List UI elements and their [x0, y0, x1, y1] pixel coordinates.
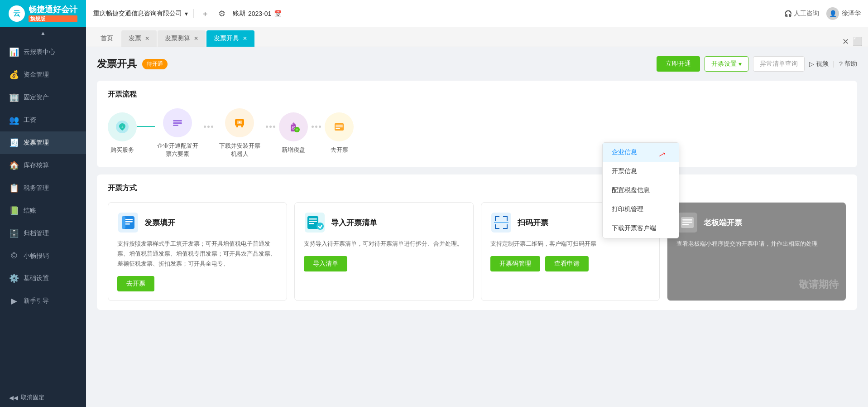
settings-icon: ⚙️: [9, 273, 19, 283]
headset-icon: 🎧: [784, 10, 792, 17]
settings-btn[interactable]: 开票设置 ▾: [705, 56, 748, 72]
video-btn[interactable]: ▷ 视频: [809, 60, 829, 68]
flow-divider-1: [137, 126, 155, 127]
content-area: 发票开具 待开通 立即开通 开票设置 ▾ 异常清单查询 ▷ 视频 | ? 帮助: [86, 47, 868, 407]
tab-fapiao-test[interactable]: 发票测算 ✕: [158, 30, 206, 47]
activate-btn[interactable]: 立即开通: [657, 56, 700, 72]
sidebar-item-reports[interactable]: 📊 云报表中心: [0, 41, 86, 63]
exception-btn[interactable]: 异常清单查询: [753, 56, 805, 72]
flow-dots-1: [200, 126, 217, 128]
sidebar-label-assets: 固定资产: [24, 93, 49, 102]
tab-fapiao-kaiju-close[interactable]: ✕: [243, 35, 247, 42]
payroll-icon: 👥: [9, 115, 19, 125]
scan-title: 扫码开票: [518, 218, 548, 228]
svg-rect-48: [682, 219, 692, 221]
flow-section: 开票流程 + 购买服务: [97, 81, 857, 167]
sidebar-item-invoice[interactable]: 🧾 发票管理: [0, 131, 86, 154]
scan-apply-btn[interactable]: 查看申请: [545, 256, 589, 271]
sidebar-item-expense[interactable]: © 小畅报销: [0, 245, 86, 267]
tabbar: 首页 发票 ✕ 发票测算 ✕ 发票开具 ✕ ✕ ⬜: [86, 27, 868, 47]
settings-gear-btn[interactable]: ⚙: [216, 7, 227, 20]
inventory-icon: 🏠: [9, 160, 19, 170]
sidebar-item-checkout[interactable]: 📗 结账: [0, 199, 86, 222]
tax-disk-label: 配置税盘信息: [612, 186, 650, 194]
fill-desc: 支持按照发票样式手工填开发票；可开具增值税电子普通发票、增值税普通发票、增值税专…: [117, 239, 278, 269]
logo-subtitle: 旗舰版: [29, 15, 77, 22]
flow-label-2: 企业开通配置开票六要素: [155, 142, 200, 158]
tab-fapiao-test-label: 发票测算: [165, 34, 190, 43]
sidebar-scroll-up[interactable]: ▲: [0, 27, 86, 39]
tab-fapiao-kaiju-label: 发票开具: [214, 34, 239, 43]
svg-rect-22: [336, 126, 343, 127]
scan-manage-btn[interactable]: 开票码管理: [490, 256, 540, 271]
import-list-btn[interactable]: 导入清单: [304, 256, 347, 271]
page-actions: 立即开通 开票设置 ▾ 异常清单查询 ▷ 视频 | ? 帮助: [657, 56, 857, 72]
boss-title: 老板端开票: [704, 218, 742, 228]
dropdown-tax-disk[interactable]: 配置税盘信息: [603, 181, 679, 200]
sidebar-label-capital: 资金管理: [24, 71, 49, 79]
company-name: 重庆畅捷交通信息咨询有限公司: [93, 10, 182, 18]
dropdown-invoice-info[interactable]: 开票信息: [603, 162, 679, 181]
main-area: 重庆畅捷交通信息咨询有限公司 ▾ ＋ ⚙ 账期 2023-01 📅 🎧 人工咨询…: [86, 0, 868, 407]
flow-label-4: 新增税盘: [282, 146, 305, 154]
page-title: 发票开具: [97, 57, 137, 71]
sidebar-cancel-pin[interactable]: ◀◀ 取消固定: [0, 388, 86, 407]
svg-rect-4: [173, 122, 182, 124]
sidebar-item-tax[interactable]: 📋 税务管理: [0, 177, 86, 199]
svg-rect-42: [495, 224, 496, 229]
assets-icon: 🏢: [9, 92, 19, 102]
user-info[interactable]: 👤 徐泽华: [826, 7, 861, 20]
boss-icon: [676, 212, 698, 233]
add-company-btn[interactable]: ＋: [199, 6, 211, 21]
company-selector[interactable]: 重庆畅捷交通信息咨询有限公司 ▾: [93, 10, 188, 18]
tab-home[interactable]: 首页: [93, 30, 120, 47]
method-import: 导入开票清单 支持导入待开票清单，可对待开票清单进行拆分、合并处理。 导入清单: [294, 202, 474, 301]
logo-title: 畅捷通好会计: [29, 5, 77, 15]
methods-grid: 发票填开 支持按照发票样式手工填开发票；可开具增值税电子普通发票、增值税普通发票…: [108, 202, 846, 301]
svg-rect-8: [236, 126, 238, 127]
window-maximize-btn[interactable]: ⬜: [853, 37, 863, 47]
scan-desc: 支持定制开票二维码，客户端可扫码开票: [490, 239, 651, 249]
consultant-btn[interactable]: 🎧 人工咨询: [784, 10, 819, 18]
boss-overlay: 敬请期待: [799, 278, 839, 291]
tab-fapiao[interactable]: 发票 ✕: [121, 30, 157, 47]
reports-icon: 📊: [9, 47, 19, 57]
svg-rect-34: [309, 223, 314, 224]
scan-icon: [490, 212, 512, 233]
flow-step-4: 税+ 新增税盘: [279, 112, 308, 154]
sidebar-label-invoice: 发票管理: [24, 139, 49, 147]
svg-rect-33: [309, 221, 317, 222]
dropdown-icon: ▾: [185, 10, 188, 17]
sidebar-item-archive[interactable]: 🗄️ 归档管理: [0, 222, 86, 245]
consultant-label: 人工咨询: [794, 10, 819, 18]
topbar-right: 🎧 人工咨询 👤 徐泽华: [784, 7, 861, 20]
sidebar-item-guide[interactable]: ▶ 新手引导: [0, 290, 86, 312]
methods-section: 开票方式 发票填开 支持按照发票样式手工填开发票；可开具增值税电子普通发票、增值…: [97, 174, 857, 310]
import-icon: [304, 212, 326, 233]
cancel-pin-label: 取消固定: [21, 393, 44, 402]
sidebar-item-capital[interactable]: 💰 资金管理: [0, 63, 86, 86]
sidebar: 云 畅捷通好会计 旗舰版 ▲ 📊 云报表中心 💰 资金管理 🏢 固定资产 👥 工…: [0, 0, 86, 407]
dropdown-download-client[interactable]: 下载开票客户端: [603, 219, 679, 238]
help-btn[interactable]: ? 帮助: [839, 60, 857, 68]
fill-goto-btn[interactable]: 去开票: [117, 276, 154, 291]
tab-fapiao-close[interactable]: ✕: [145, 35, 149, 42]
status-badge: 待开通: [142, 59, 168, 69]
sidebar-item-inventory[interactable]: 🏠 库存核算: [0, 154, 86, 177]
svg-text:+: +: [296, 127, 298, 132]
tab-fapiao-kaiju[interactable]: 发票开具 ✕: [206, 30, 254, 47]
flow-title: 开票流程: [108, 90, 846, 99]
svg-rect-49: [682, 222, 692, 223]
sidebar-item-settings[interactable]: ⚙️ 基础设置: [0, 267, 86, 290]
sidebar-item-payroll[interactable]: 👥 工资: [0, 109, 86, 131]
svg-rect-9: [241, 126, 243, 127]
tab-home-label: 首页: [101, 34, 113, 43]
svg-rect-50: [682, 224, 689, 225]
tab-fapiao-label: 发票: [129, 34, 141, 43]
svg-rect-38: [495, 216, 496, 221]
dropdown-printer[interactable]: 打印机管理: [603, 200, 679, 219]
sidebar-item-assets[interactable]: 🏢 固定资产: [0, 86, 86, 109]
window-close-btn[interactable]: ✕: [842, 37, 849, 47]
company-info-label: 企业信息: [612, 148, 637, 156]
tab-fapiao-test-close[interactable]: ✕: [194, 35, 198, 42]
